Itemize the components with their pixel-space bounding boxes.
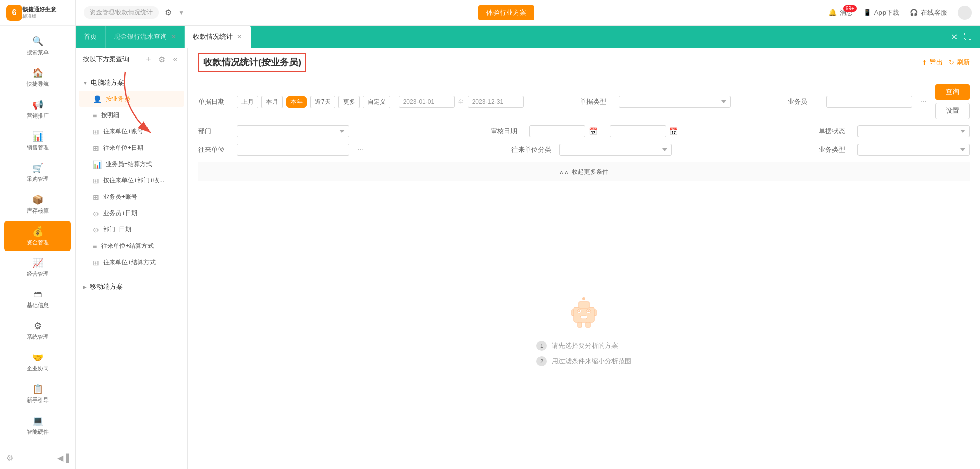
tab-collection-close[interactable]: ✕: [237, 33, 242, 40]
main-area: 资金管理/收款情况统计 ⚙ ▼ 体验行业方案 🔔 99+ 消息 📱 App下载 …: [76, 0, 980, 469]
refresh-button[interactable]: ↻ 刷新: [949, 58, 970, 67]
collapse-panel-button[interactable]: «: [170, 54, 180, 64]
content-area: 按以下方案查询 + ⚙ « ▼ 电脑端方案 👤 按业务员 ≡ 按: [76, 48, 980, 469]
maximize-window-icon[interactable]: ⛶: [964, 32, 972, 41]
tab-bar: 首页 现金银行流水查询 ✕ 收款情况统计 ✕ ✕ ⛶: [76, 26, 980, 48]
purchase-icon: 🛒: [32, 162, 43, 174]
tab-home[interactable]: 首页: [76, 26, 106, 48]
review-date-to[interactable]: [610, 125, 666, 137]
scheme-item-salesperson-settlement[interactable]: 📊 业务员+结算方式: [79, 156, 184, 172]
scheme-item-partner-date[interactable]: ⊞ 往来单位+日期: [79, 140, 184, 156]
dept-select[interactable]: [237, 125, 349, 137]
settings-button[interactable]: 设置: [935, 103, 970, 119]
date-range-group: 至: [399, 96, 524, 108]
date-to-input[interactable]: [468, 96, 524, 108]
last-7days-btn[interactable]: 近7天: [310, 96, 335, 108]
scheme-item-salesperson-account[interactable]: ⊞ 业务员+账号: [79, 189, 184, 205]
sidebar-item-system[interactable]: ⚙ 系统管理: [4, 315, 71, 346]
partner-input[interactable]: [237, 144, 349, 156]
tab-bank-close[interactable]: ✕: [171, 33, 176, 40]
svg-rect-9: [594, 310, 596, 316]
notification-button[interactable]: 🔔 99+ 消息: [828, 8, 853, 17]
sidebar-item-basic[interactable]: 🗃 基础信息: [4, 284, 71, 314]
sidebar-item-inventory[interactable]: 📦 库存核算: [4, 189, 71, 220]
scheme-item-salesperson-date[interactable]: ⊙ 业务员+日期: [79, 205, 184, 221]
sidebar-item-sales[interactable]: 📊 销售管理: [4, 126, 71, 156]
review-date-separator: —: [600, 128, 607, 135]
this-year-btn[interactable]: 本年: [286, 96, 307, 108]
system-icon: ⚙: [34, 320, 42, 332]
export-button[interactable]: ⬆ 导出: [922, 58, 943, 67]
review-date-from[interactable]: [529, 125, 585, 137]
header-left: 资金管理/收款情况统计 ⚙ ▼: [84, 6, 184, 19]
sidebar-item-hardware[interactable]: 💻 智能硬件: [4, 410, 71, 441]
date-from-input[interactable]: [399, 96, 455, 108]
trial-button[interactable]: 体验行业方案: [478, 5, 534, 20]
last-month-btn[interactable]: 上月: [237, 96, 258, 108]
dept-label: 部门: [198, 127, 229, 136]
header-gear-icon[interactable]: ⚙: [165, 8, 172, 17]
scheme-item-partner-account[interactable]: ⊞ 往来单位+账号: [79, 124, 184, 139]
salesperson-date-icon: ⊙: [93, 209, 99, 218]
user-avatar[interactable]: [958, 6, 972, 20]
this-month-btn[interactable]: 本月: [261, 96, 283, 108]
scheme-item-partner-settlement1[interactable]: ≡ 往来单位+结算方式: [79, 238, 184, 254]
mobile-scheme-header[interactable]: ▶ 移动端方案: [76, 279, 187, 294]
partner-more-icon[interactable]: ···: [357, 145, 364, 154]
sidebar-item-guide[interactable]: 📋 新手引导: [4, 379, 71, 409]
tab-collection[interactable]: 收款情况统计 ✕: [185, 26, 251, 48]
filter-row-3: 往来单位 ··· 往来单位分类 业务类型: [198, 144, 970, 156]
custom-date-btn[interactable]: 自定义: [363, 96, 390, 108]
collapse-bar[interactable]: ∧∧ 收起更多条件: [198, 162, 970, 181]
app-download-button[interactable]: 📱 App下载: [863, 8, 899, 17]
salesperson-label: 业务员: [788, 97, 818, 106]
business-type-select[interactable]: [857, 144, 970, 156]
doc-type-select[interactable]: [619, 96, 731, 108]
date-button-group: 上月 本月 本年 近7天 更多 自定义: [237, 96, 390, 108]
scheme-item-partner-dept[interactable]: ⊞ 按往来单位+部门+收...: [79, 173, 184, 189]
calendar-to-icon[interactable]: 📅: [669, 127, 678, 135]
date-separator: 至: [458, 97, 464, 106]
scheme-item-dept-date[interactable]: ⊙ 部门+日期: [79, 222, 184, 238]
sidebar-item-enterprise[interactable]: 🤝 企业协同: [4, 347, 71, 378]
calendar-from-icon[interactable]: 📅: [589, 127, 597, 135]
collapse-sidebar-icon[interactable]: ◀▐: [57, 453, 69, 463]
sidebar-item-wechat[interactable]: 💬 企业微信: [4, 442, 71, 447]
sidebar-item-search[interactable]: 🔍 搜索菜单: [4, 31, 71, 61]
sidebar-item-purchase[interactable]: 🛒 采购管理: [4, 157, 71, 188]
scheme-settings-button[interactable]: ⚙: [157, 54, 167, 64]
salesperson-input[interactable]: [826, 96, 912, 108]
doc-type-label: 单据类型: [580, 97, 610, 106]
salesperson-more-icon[interactable]: ···: [920, 97, 927, 106]
desktop-scheme-header[interactable]: ▼ 电脑端方案: [76, 75, 187, 90]
export-icon: ⬆: [922, 59, 927, 66]
sidebar-item-marketing[interactable]: 📢 营销推广: [4, 94, 71, 125]
filter-row-2: 部门 审核日期 📅 — 📅 单据状态: [198, 125, 970, 137]
add-scheme-button[interactable]: +: [143, 54, 154, 64]
finance-icon: 💰: [32, 226, 43, 237]
scheme-item-by-detail[interactable]: ≡ 按明细: [79, 107, 184, 123]
scheme-item-by-salesperson[interactable]: 👤 按业务员: [79, 91, 184, 107]
partner-category-select[interactable]: [559, 144, 672, 156]
sidebar-bottom: ⚙ ◀▐: [0, 447, 75, 469]
sidebar-item-operations[interactable]: 📈 经营管理: [4, 252, 71, 283]
partner-settlement2-icon: ⊞: [93, 259, 99, 267]
header-dropdown-icon[interactable]: ▼: [178, 9, 184, 16]
salesperson-scheme-icon: 👤: [93, 95, 102, 103]
header-right: 🔔 99+ 消息 📱 App下载 🎧 在线客服: [828, 6, 972, 20]
more-date-btn[interactable]: 更多: [338, 96, 360, 108]
doc-status-select[interactable]: [857, 125, 970, 137]
customer-service-button[interactable]: 🎧 在线客服: [910, 8, 947, 17]
settings-bottom-icon[interactable]: ⚙: [6, 453, 13, 463]
search-icon: 🔍: [32, 36, 43, 47]
svg-point-6: [587, 310, 590, 312]
tab-bank[interactable]: 现金银行流水查询 ✕: [106, 26, 185, 48]
close-window-icon[interactable]: ✕: [951, 32, 958, 42]
svg-rect-8: [572, 310, 574, 316]
logo-area: 6 畅捷通好生意 标准版: [0, 0, 75, 26]
scheme-item-partner-settlement2[interactable]: ⊞ 往来单位+结算方式: [79, 254, 184, 270]
sidebar-item-finance[interactable]: 💰 资金管理: [4, 221, 71, 251]
query-button[interactable]: 查询: [935, 84, 970, 100]
sidebar-item-quicknav[interactable]: 🏠 快捷导航: [4, 62, 71, 93]
tip-item-1: 1 请先选择要分析的方案: [536, 341, 631, 351]
